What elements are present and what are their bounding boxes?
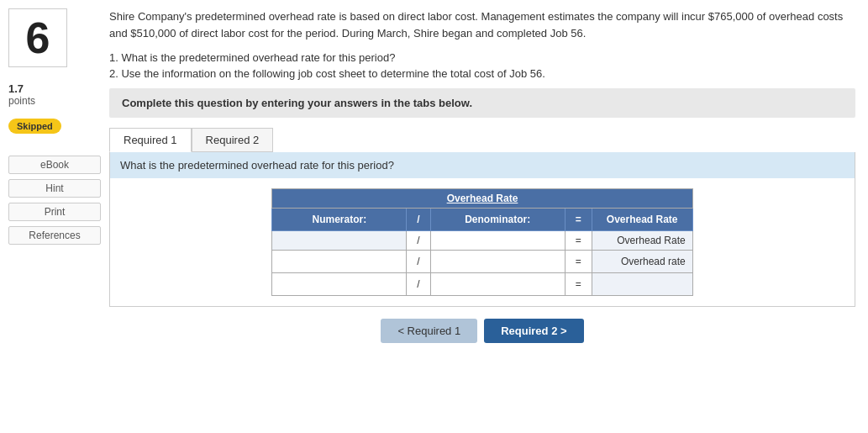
table-title: Overhead Rate (272, 189, 692, 209)
row-header-denominator (430, 231, 565, 251)
row-header-equals: = (565, 231, 592, 251)
tab-required2[interactable]: Required 2 (192, 128, 274, 152)
instruction-1: 1. What is the predetermined overhead ra… (109, 51, 855, 64)
overhead-rate-table: Overhead Rate Numerator: / Denominator: … (271, 188, 692, 296)
points-value: 1.7 (8, 82, 101, 95)
next-button[interactable]: Required 2 > (484, 319, 583, 343)
references-link[interactable]: References (8, 226, 101, 245)
col-result-header: Overhead Rate (592, 209, 692, 231)
required1-header: What is the predetermined overhead rate … (110, 152, 855, 178)
col-denominator-header: Denominator: (430, 209, 565, 231)
ebook-link[interactable]: eBook (8, 156, 101, 174)
question-body: Shire Company's predetermined overhead r… (109, 8, 855, 41)
col-numerator-header: Numerator: (272, 209, 407, 231)
status-badge: Skipped (8, 119, 61, 134)
row-header-result: Overhead Rate (592, 231, 692, 251)
row1-numerator-input[interactable] (279, 254, 399, 269)
table-row-1: / = Overhead rate (272, 251, 692, 273)
table-row-header: / = Overhead Rate (272, 231, 692, 251)
col-equals-header: = (565, 209, 592, 231)
navigation-buttons: < Required 1 Required 2 > (109, 307, 855, 350)
print-link[interactable]: Print (8, 203, 101, 221)
row2-denominator-input[interactable] (438, 277, 558, 292)
row2-slash: / (407, 273, 430, 296)
row1-equals: = (565, 251, 592, 273)
row1-slash: / (407, 251, 430, 273)
row2-numerator-cell[interactable] (272, 273, 407, 296)
table-row-2: / = (272, 273, 692, 296)
row-header-numerator (272, 231, 407, 251)
row2-denominator-cell[interactable] (430, 273, 565, 296)
row2-numerator-input[interactable] (279, 277, 399, 292)
col-slash-header: / (407, 209, 430, 231)
points-label: points (8, 95, 101, 107)
row-header-slash: / (407, 231, 430, 251)
prev-button[interactable]: < Required 1 (381, 319, 477, 343)
row1-denominator-input[interactable] (438, 254, 558, 269)
instruction-2: 2. Use the information on the following … (109, 67, 855, 80)
complete-box: Complete this question by entering your … (109, 88, 855, 118)
row1-denominator-cell[interactable] (430, 251, 565, 273)
question-number: 6 (8, 8, 67, 67)
row1-numerator-cell[interactable] (272, 251, 407, 273)
tab-content: What is the predetermined overhead rate … (109, 152, 855, 307)
hint-link[interactable]: Hint (8, 179, 101, 198)
row2-result (592, 273, 692, 296)
tab-required1[interactable]: Required 1 (109, 128, 192, 152)
row1-result: Overhead rate (592, 251, 692, 273)
row2-equals: = (565, 273, 592, 296)
